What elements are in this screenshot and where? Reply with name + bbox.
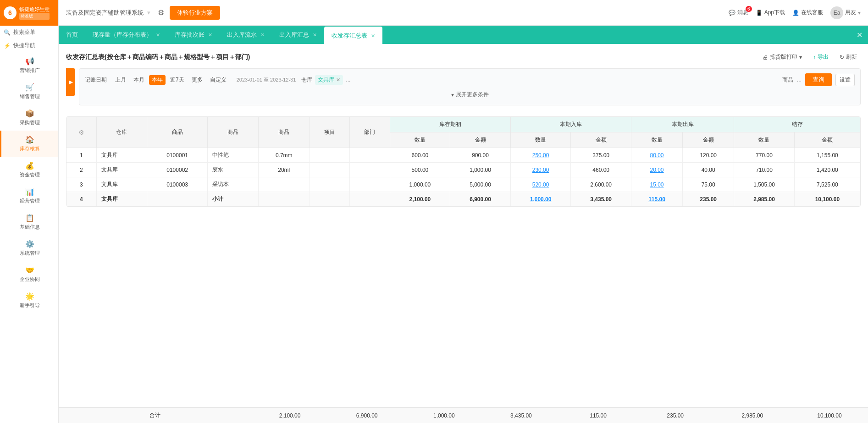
- cell-balance-qty: 770.00: [734, 148, 795, 163]
- cell-out-qty[interactable]: 20.00: [631, 163, 682, 177]
- tab-stock-dist-label: 现存量（库存分布表）: [93, 31, 152, 39]
- cell-name: 胶水: [207, 163, 258, 177]
- tab-batch[interactable]: 库存批次账 ✕: [167, 26, 220, 44]
- page: 收发存汇总表(按仓库＋商品编码＋商品＋规格型号＋项目＋部门) 🖨 拣货版打印 ▾…: [59, 44, 868, 214]
- content-area: 收发存汇总表(按仓库＋商品编码＋商品＋规格型号＋项目＋部门) 🖨 拣货版打印 ▾…: [59, 44, 868, 407]
- sidebar-item-sales[interactable]: 🛒 销售管理: [0, 78, 58, 104]
- sidebar-item-finance[interactable]: 💰 资金管理: [0, 157, 58, 183]
- system-label: 系统管理: [20, 250, 40, 257]
- cell-in-amt: 460.00: [571, 163, 631, 177]
- expand-more-btn[interactable]: ▾ 展开更多条件: [85, 89, 855, 100]
- tab-stock-dist[interactable]: 现存量（库存分布表） ✕: [85, 26, 167, 44]
- tab-home[interactable]: 首页: [59, 26, 85, 44]
- export-button[interactable]: ↑ 导出: [809, 51, 832, 63]
- cell-code: 0100002: [147, 163, 208, 177]
- subtotal-out-qty[interactable]: 115.00: [631, 192, 682, 207]
- goods-more[interactable]: ...: [797, 77, 802, 83]
- col-in-amt: 金额: [571, 132, 631, 148]
- search-icon: 🔍: [4, 29, 11, 36]
- date-opt-this-month[interactable]: 本月: [131, 75, 147, 85]
- sidebar-item-purchase[interactable]: 📦 采购管理: [0, 104, 58, 131]
- tabbar-close-all[interactable]: ✕: [851, 31, 868, 39]
- sidebar-item-operation[interactable]: 📊 经营管理: [0, 183, 58, 209]
- warehouse-more[interactable]: ...: [346, 77, 350, 83]
- subtotal-name: 小计: [207, 192, 258, 207]
- tab-inout-summary[interactable]: 出入库汇总 ✕: [272, 26, 324, 44]
- footer-open-amt: 6,900.00: [328, 412, 405, 419]
- date-opt-more[interactable]: 更多: [189, 75, 205, 85]
- refresh-button[interactable]: ↻ 刷新: [836, 51, 861, 63]
- subtotal-empty-code: [147, 192, 208, 207]
- print-chevron-icon: ▾: [799, 54, 802, 60]
- basic-icon: 📋: [25, 214, 34, 222]
- main-content: 装备及固定资产辅助管理系统 ▾ ⚙ 体验行业方案 💬 消息 6 📱 App下载 …: [59, 0, 868, 423]
- cell-out-qty[interactable]: 80.00: [631, 148, 682, 163]
- app-download-icon: 📱: [756, 10, 763, 16]
- sidebar-item-marketing[interactable]: 📢 营销推广: [0, 52, 58, 78]
- sidebar-item-inventory[interactable]: 🏠 库存核算: [0, 131, 58, 157]
- date-opt-custom[interactable]: 自定义: [207, 75, 229, 85]
- cell-in-qty[interactable]: 230.00: [510, 163, 571, 177]
- col-balance-amt: 金额: [794, 132, 860, 148]
- corp-label: 企业协同: [20, 276, 40, 283]
- subtotal-in-qty-link[interactable]: 1,000.00: [530, 196, 552, 203]
- cell-no: 3: [66, 177, 96, 192]
- cell-no: 1: [66, 148, 96, 163]
- out-qty-link[interactable]: 20.00: [650, 167, 664, 173]
- page-actions: 🖨 拣货版打印 ▾ ↑ 导出 ↻ 刷新: [759, 51, 861, 63]
- tab-receive-summary-close[interactable]: ✕: [371, 33, 375, 39]
- trial-button[interactable]: 体验行业方案: [170, 6, 220, 20]
- cell-in-qty[interactable]: 520.00: [510, 177, 571, 192]
- cell-out-amt: 120.00: [683, 148, 734, 163]
- date-opt-last-month[interactable]: 上月: [112, 75, 129, 85]
- filter-container: ▶ 记账日期 上月 本月 本年 近7天 更多 自定义: [66, 68, 861, 111]
- subtotal-dept: [350, 192, 390, 207]
- cell-out-qty[interactable]: 15.00: [631, 177, 682, 192]
- subtotal-open-qty: 2,100.00: [390, 192, 450, 207]
- sidebar-quick-nav[interactable]: ⚡ 快捷导航: [0, 39, 58, 52]
- online-service-action[interactable]: 👤 在线客服: [792, 9, 823, 16]
- subtotal-balance-qty: 2,985.00: [734, 192, 795, 207]
- date-options: 上月 本月 本年 近7天 更多 自定义: [112, 75, 229, 85]
- date-range: 2023-01-01 至 2023-12-31: [237, 77, 296, 83]
- out-qty-link[interactable]: 15.00: [650, 181, 664, 188]
- corp-icon: 🤝: [25, 266, 34, 275]
- set-button[interactable]: 设置: [835, 74, 855, 86]
- logo-name: 畅捷通好生意: [19, 6, 50, 12]
- cell-warehouse: 文具库: [96, 177, 147, 192]
- cell-in-qty[interactable]: 250.00: [510, 148, 571, 163]
- sidebar-item-basic[interactable]: 📋 基础信息: [0, 209, 58, 235]
- tab-inout-flow-close[interactable]: ✕: [260, 32, 265, 38]
- table-settings-icon[interactable]: ⚙: [78, 129, 84, 136]
- sidebar-search-btn[interactable]: 🔍 搜索菜单: [0, 26, 58, 39]
- sidebar-item-guide[interactable]: 🌟 新手引导: [0, 287, 58, 313]
- in-qty-link[interactable]: 230.00: [532, 167, 549, 173]
- in-qty-link[interactable]: 520.00: [532, 181, 549, 188]
- tab-receive-summary[interactable]: 收发存汇总表 ✕: [324, 27, 382, 45]
- query-button[interactable]: 查询: [805, 73, 832, 86]
- tab-inout-summary-close[interactable]: ✕: [313, 32, 317, 38]
- message-action[interactable]: 💬 消息 6: [729, 9, 748, 16]
- out-qty-link[interactable]: 80.00: [650, 152, 664, 159]
- sidebar-item-system[interactable]: ⚙️ 系统管理: [0, 235, 58, 261]
- in-qty-link[interactable]: 250.00: [532, 152, 549, 159]
- app-download-action[interactable]: 📱 App下载: [756, 9, 785, 16]
- tab-stock-dist-close[interactable]: ✕: [156, 32, 160, 38]
- sidebar-item-corp[interactable]: 🤝 企业协同: [0, 261, 58, 287]
- warehouse-tag-close[interactable]: ✕: [336, 77, 340, 83]
- inventory-label: 库存核算: [20, 145, 40, 152]
- filter-expand-button[interactable]: ▶: [66, 68, 75, 96]
- subtotal-out-qty-link[interactable]: 115.00: [648, 196, 665, 203]
- date-opt-this-year[interactable]: 本年: [149, 75, 166, 85]
- print-button[interactable]: 🖨 拣货版打印 ▾: [759, 51, 806, 63]
- tab-inout-flow[interactable]: 出入库流水 ✕: [220, 26, 272, 44]
- warehouse-tag: 文具库 ✕: [315, 75, 343, 85]
- subtotal-in-qty[interactable]: 1,000.00: [510, 192, 571, 207]
- settings-icon[interactable]: ⚙: [158, 8, 164, 17]
- user-menu[interactable]: Ea 用友 ▾: [830, 6, 861, 19]
- date-opt-7days[interactable]: 近7天: [167, 75, 187, 85]
- tab-batch-close[interactable]: ✕: [208, 32, 212, 38]
- export-icon: ↑: [813, 54, 816, 60]
- col-settings[interactable]: ⚙: [66, 117, 96, 148]
- operation-icon: 📊: [25, 187, 34, 196]
